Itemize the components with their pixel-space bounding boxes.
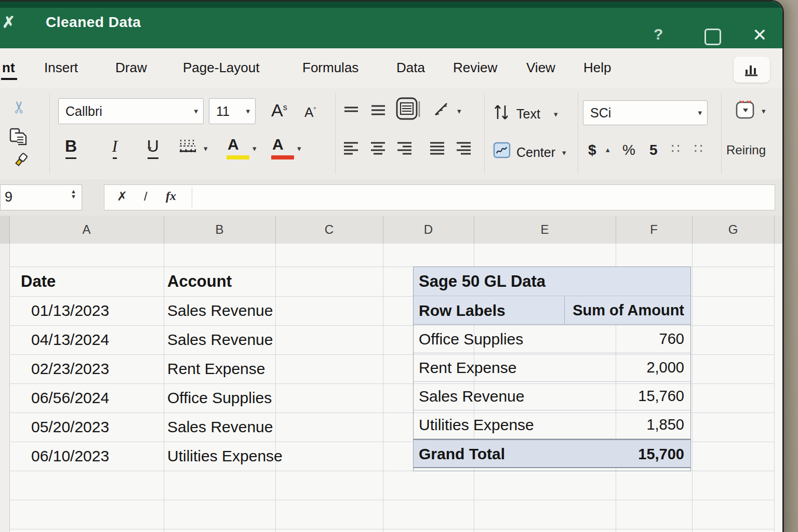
tab-draw[interactable]: Draw	[115, 60, 147, 76]
cancel-button[interactable]: ✗	[117, 189, 127, 204]
cut-button[interactable]: ✂	[9, 100, 29, 114]
tab-page-layout[interactable]: Page-Layout	[183, 60, 259, 76]
cell-date[interactable]: 04/13/2024	[31, 325, 109, 354]
pivot-grand-total-row[interactable]: Grand Total 15,700	[414, 439, 690, 468]
grow-font-button[interactable]: As	[271, 100, 287, 121]
text-dropdown[interactable]: Text	[516, 107, 540, 122]
chart-button[interactable]	[734, 57, 770, 83]
pivot-header-row[interactable]: Row Labels Sum of Amount	[414, 296, 690, 325]
conditional-formatting-button[interactable]	[734, 98, 759, 122]
currency-chevron-icon[interactable]: ▴	[606, 145, 610, 154]
select-all-stub[interactable]	[0, 216, 10, 244]
pivot-row-labels-header[interactable]: Row Labels	[419, 296, 506, 325]
tab-formulas[interactable]: Formulas	[302, 60, 358, 76]
text-direction-button[interactable]	[493, 101, 510, 122]
highlight-chevron-icon[interactable]: ▾	[252, 144, 257, 153]
pivot-row[interactable]: Rent Expense 2,000	[414, 353, 690, 382]
italic-button[interactable]: I	[112, 137, 118, 155]
pivot-row-value[interactable]: 760	[659, 325, 684, 353]
format-painter-button[interactable]	[11, 151, 30, 170]
pivot-row-value[interactable]: 15,760	[638, 382, 684, 410]
align-middle-button[interactable]	[370, 103, 387, 118]
align-left-button[interactable]	[343, 141, 360, 156]
align-right-button[interactable]	[396, 141, 413, 156]
pivot-row[interactable]: Sales Revenue 15,760	[414, 382, 690, 410]
percent-style-button[interactable]: %	[622, 142, 635, 158]
cell-date[interactable]: 05/20/2023	[31, 413, 109, 442]
align-top-button[interactable]	[343, 104, 360, 118]
enter-button[interactable]: /	[144, 189, 148, 204]
close-icon-left[interactable]: ✗	[2, 13, 15, 31]
font-size-combobox[interactable]: 11 ▾	[209, 98, 256, 124]
cell-account-header[interactable]: Account	[167, 267, 232, 296]
cell-account[interactable]: Sales Revenue	[167, 325, 273, 354]
column-header-b[interactable]: B	[164, 216, 275, 244]
column-header-c[interactable]: C	[275, 216, 383, 244]
text-chevron-icon[interactable]: ▾	[554, 110, 558, 119]
center-chevron-icon[interactable]: ▾	[562, 148, 566, 157]
pivot-row-value[interactable]: 2,000	[646, 353, 684, 382]
column-header-g[interactable]: G	[692, 216, 774, 244]
tab-nt-active[interactable]: nt	[2, 60, 15, 76]
pivot-row-label[interactable]: Sales Revenue	[419, 382, 524, 410]
borders-chevron-icon[interactable]: ▾	[204, 144, 208, 153]
underline-chevron-icon[interactable]: ▾	[148, 144, 152, 153]
column-header-d[interactable]: D	[383, 216, 474, 244]
cell-date-header[interactable]: Date	[21, 267, 56, 296]
font-name-combobox[interactable]: Callbri ▾	[58, 98, 204, 124]
merge-center-button[interactable]	[493, 141, 511, 159]
insert-function-button[interactable]: fx	[166, 189, 176, 203]
column-header-f[interactable]: F	[616, 216, 692, 244]
pivot-row-label[interactable]: Office Supplies	[419, 325, 523, 353]
tab-insert[interactable]: Insert	[44, 60, 78, 76]
bold-button[interactable]: B	[65, 137, 77, 155]
cell-account[interactable]: Sales Revenue	[167, 296, 273, 325]
cell-account[interactable]: Sales Revenue	[167, 413, 273, 442]
tab-data[interactable]: Data	[396, 60, 425, 76]
pivot-row[interactable]: Office Supplies 760	[414, 325, 690, 353]
cell-account[interactable]: Office Supplies	[167, 383, 272, 413]
pivot-row-value[interactable]: 1,850	[646, 410, 684, 439]
wrap-text-button[interactable]	[395, 96, 422, 122]
formula-input[interactable]	[198, 185, 772, 210]
pivot-title-row[interactable]: Sage 50 GL Data	[414, 267, 690, 296]
column-header-a[interactable]: A	[9, 216, 164, 244]
font-color-chevron-icon[interactable]: ▾	[297, 144, 301, 153]
increase-decimal-button[interactable]: ∷	[671, 141, 680, 157]
orientation-chevron-icon[interactable]: ▾	[457, 107, 461, 116]
cell-date[interactable]: 02/23/2023	[31, 354, 109, 383]
name-box[interactable]: 9 ▲ ▼	[0, 184, 82, 210]
pivot-row[interactable]: Utilities Expense 1,850	[414, 410, 690, 439]
pivot-row-label[interactable]: Rent Expense	[419, 353, 516, 382]
cell-date[interactable]: 01/13/2023	[31, 296, 109, 325]
cell-date[interactable]: 06/56/2024	[31, 383, 109, 413]
shrink-font-button[interactable]: A°	[304, 104, 316, 121]
cell-date[interactable]: 06/10/2023	[31, 442, 109, 471]
comma-style-button[interactable]: 5	[649, 142, 658, 158]
align-center-button[interactable]	[370, 141, 387, 156]
help-button[interactable]: ?	[654, 25, 663, 43]
column-header-e[interactable]: E	[474, 216, 616, 244]
tab-review[interactable]: Review	[453, 60, 497, 76]
borders-button[interactable]	[178, 138, 198, 155]
highlight-color-button[interactable]: A	[228, 136, 239, 153]
conditional-formatting-chevron-icon[interactable]: ▾	[762, 107, 766, 116]
name-box-spinner[interactable]: ▲ ▼	[71, 189, 76, 199]
orientation-button[interactable]	[431, 98, 453, 120]
copy-button[interactable]	[8, 127, 28, 148]
tab-help[interactable]: Help	[583, 60, 611, 76]
decrease-decimal-button[interactable]: ∷	[694, 141, 703, 157]
decrease-indent-button[interactable]	[429, 141, 446, 156]
maximize-button[interactable]	[704, 29, 721, 45]
cell-account[interactable]: Utilities Expense	[167, 442, 283, 471]
currency-button[interactable]: $	[588, 142, 596, 158]
number-format-combobox[interactable]: SCi ▾	[583, 100, 708, 125]
pivot-row-label[interactable]: Utilities Expense	[419, 410, 534, 439]
pivot-sum-header[interactable]: Sum of Amount	[573, 296, 684, 325]
tab-view[interactable]: View	[526, 60, 555, 76]
close-button[interactable]: ✕	[752, 24, 767, 45]
cell-account[interactable]: Rent Expense	[167, 354, 265, 383]
increase-indent-button[interactable]	[455, 141, 472, 156]
center-dropdown[interactable]: Center	[516, 145, 555, 160]
font-color-button[interactable]: A	[272, 136, 284, 153]
